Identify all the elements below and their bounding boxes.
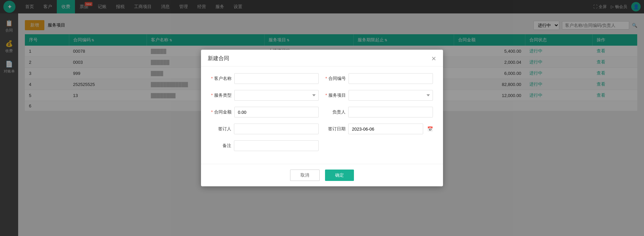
sign-date-group: 签订日期 📅 xyxy=(325,124,433,134)
remark-input[interactable] xyxy=(234,140,319,151)
close-icon[interactable]: ✕ xyxy=(431,56,436,62)
sign-date-label: 签订日期 xyxy=(325,126,346,132)
contract-no-label: 合同编号 xyxy=(325,76,346,82)
signer-label: 签订人 xyxy=(211,126,231,132)
contract-no-group: 合同编号 xyxy=(325,73,433,84)
service-item-label: 服务项目 xyxy=(325,92,346,98)
calendar-icon[interactable]: 📅 xyxy=(427,126,433,132)
responsible-group: 负责人 xyxy=(325,107,433,117)
form-row-2: 服务类型 服务项目 xyxy=(211,90,433,101)
contract-amount-input[interactable] xyxy=(234,107,319,117)
contract-no-input[interactable] xyxy=(349,73,433,84)
modal-overlay[interactable]: 新建合同 ✕ 客户名称 合同编号 服务类型 xyxy=(0,0,644,236)
signer-group: 签订人 xyxy=(211,124,319,134)
responsible-input[interactable] xyxy=(348,107,433,117)
customer-name-input[interactable] xyxy=(234,73,319,84)
form-row-1: 客户名称 合同编号 xyxy=(211,73,433,84)
modal-header: 新建合同 ✕ xyxy=(201,50,443,66)
cancel-button[interactable]: 取消 xyxy=(290,170,320,181)
signer-input[interactable] xyxy=(234,124,319,134)
confirm-button[interactable]: 确定 xyxy=(325,170,354,181)
new-contract-modal: 新建合同 ✕ 客户名称 合同编号 服务类型 xyxy=(201,50,443,186)
form-row-4: 签订人 签订日期 📅 xyxy=(211,124,433,134)
remark-label: 备注 xyxy=(211,143,231,149)
modal-body: 客户名称 合同编号 服务类型 服务项目 xyxy=(201,66,443,164)
form-row-3: 合同金额 负责人 xyxy=(211,107,433,117)
customer-name-group: 客户名称 xyxy=(211,73,319,84)
service-type-select[interactable] xyxy=(234,90,319,101)
modal-footer: 取消 确定 xyxy=(201,164,443,186)
service-type-label: 服务类型 xyxy=(211,92,232,98)
service-type-group: 服务类型 xyxy=(211,90,319,101)
responsible-label: 负责人 xyxy=(325,109,346,115)
sign-date-input[interactable] xyxy=(348,124,423,134)
form-row-5: 备注 xyxy=(211,140,433,151)
contract-amount-group: 合同金额 xyxy=(211,107,319,117)
contract-amount-label: 合同金额 xyxy=(211,109,232,115)
modal-title: 新建合同 xyxy=(208,55,229,62)
remark-group: 备注 xyxy=(211,140,319,151)
service-item-group: 服务项目 xyxy=(325,90,433,101)
service-item-select[interactable] xyxy=(349,90,433,101)
customer-name-label: 客户名称 xyxy=(211,76,232,82)
